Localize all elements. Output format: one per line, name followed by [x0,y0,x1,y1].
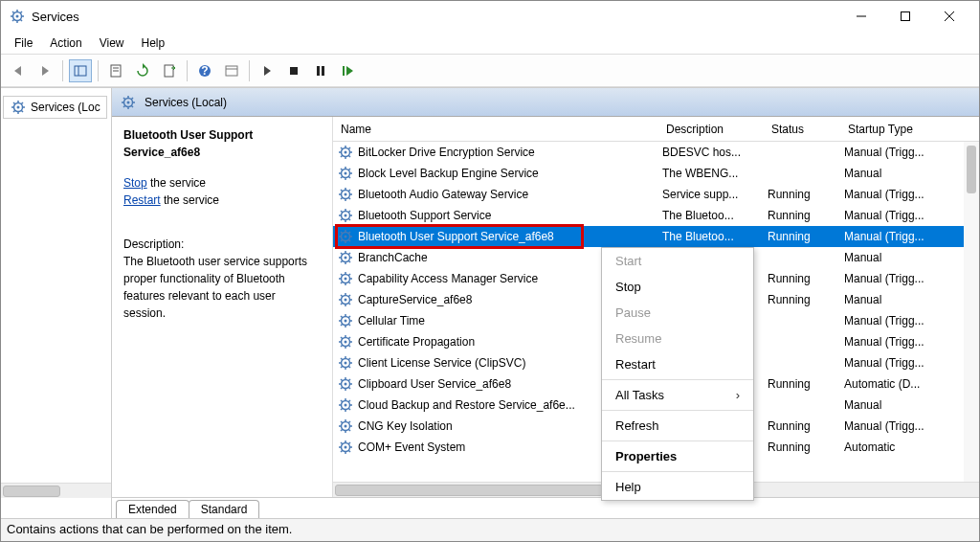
service-status: Running [764,419,840,433]
gear-icon [337,355,354,371]
ctx-properties[interactable]: Properties [602,443,753,469]
ctx-refresh[interactable]: Refresh [602,413,753,439]
service-description: BDESVC hos... [658,146,764,159]
menu-file[interactable]: File [7,34,40,52]
svg-rect-22 [226,66,237,76]
gear-icon [337,397,354,413]
gear-icon [337,418,354,434]
restart-service-line: Restart the service [123,192,321,209]
col-name[interactable]: Name [333,123,658,136]
scrollbar-thumb[interactable] [967,146,976,193]
properties-button[interactable] [104,59,127,82]
gear-icon [337,145,354,160]
tab-extended[interactable]: Extended [116,500,189,518]
nav-item-label: Services (Loc [31,101,100,114]
content-header-title: Services (Local) [145,96,227,109]
scrollbar-thumb[interactable] [335,485,603,496]
restart-service-link[interactable]: Restart [123,193,161,207]
service-name: Client License Service (ClipSVC) [358,356,525,370]
detail-pane: Bluetooth User Support Service_af6e8 Sto… [112,117,332,497]
content-header: Services (Local) [112,88,979,117]
ctx-resume: Resume [602,326,753,351]
service-name: Bluetooth Support Service [358,209,491,222]
gear-icon [337,376,354,392]
gear-icon [120,95,137,110]
service-name: Capability Access Manager Service [358,272,538,285]
nav-hscrollbar[interactable] [1,483,111,498]
service-startup-type: Manual (Trigg... [840,335,979,349]
restart-service-button[interactable] [336,59,359,82]
minimize-button[interactable] [839,1,883,32]
service-name: CNG Key Isolation [358,419,453,433]
menu-view[interactable]: View [92,34,132,52]
nav-item-services-local[interactable]: Services (Loc [3,96,107,119]
statusbar: Contains actions that can be performed o… [1,518,979,541]
col-description[interactable]: Description [658,123,764,136]
service-startup-type: Manual (Trigg... [840,272,979,285]
view-button[interactable] [220,59,243,82]
menubar: File Action View Help [1,32,979,55]
ctx-stop[interactable]: Stop [602,274,753,300]
window-title: Services [32,10,79,24]
show-hide-tree-button[interactable] [69,59,92,82]
col-startup-type[interactable]: Startup Type [840,123,979,136]
service-status: Running [764,230,840,243]
service-name: Cloud Backup and Restore Service_af6e... [358,398,575,412]
table-row[interactable]: Bluetooth Support ServiceThe Bluetoo...R… [333,205,979,226]
back-button[interactable] [7,59,30,82]
maximize-button[interactable] [883,1,927,32]
gear-icon [337,166,354,181]
description-text: The Bluetooth user service supports prop… [123,253,321,322]
service-startup-type: Automatic (D... [840,377,979,391]
close-button[interactable] [927,1,971,32]
stop-service-button[interactable] [282,59,305,82]
service-name: Cellular Time [358,314,425,327]
ctx-separator [602,379,753,380]
toolbar-separator [62,60,63,81]
ctx-help[interactable]: Help [602,474,753,500]
service-startup-type: Manual [840,251,979,264]
ctx-separator [602,410,753,411]
pause-service-button[interactable] [309,59,332,82]
list-vscrollbar[interactable] [964,142,979,482]
scrollbar-thumb[interactable] [3,486,60,497]
gear-icon [337,292,354,307]
window-controls [839,1,971,32]
selected-service-title: Bluetooth User Support Service_af6e8 [123,126,321,161]
service-name: BranchCache [358,251,428,264]
service-name: Bluetooth Audio Gateway Service [358,188,528,201]
forward-button[interactable] [33,59,56,82]
service-name: COM+ Event System [358,440,465,454]
list-columns: Name Description Status Startup Type [333,117,979,142]
ctx-all-tasks[interactable]: All Tasks [602,382,753,408]
service-name: Block Level Backup Engine Service [358,167,539,180]
help-button[interactable]: ? [193,59,216,82]
service-name: CaptureService_af6e8 [358,293,472,306]
menu-action[interactable]: Action [42,34,89,52]
service-description: The Bluetoo... [658,209,764,222]
table-row[interactable]: Block Level Backup Engine ServiceThe WBE… [333,163,979,184]
service-name: BitLocker Drive Encryption Service [358,146,535,159]
export-button[interactable] [158,59,181,82]
toolbar-separator [98,60,99,81]
toolbar-separator [187,60,188,81]
nav-tree[interactable]: Services (Loc [1,88,112,518]
ctx-restart[interactable]: Restart [602,351,753,377]
service-status: Running [764,188,840,201]
refresh-button[interactable] [131,59,154,82]
menu-help[interactable]: Help [134,34,173,52]
table-row[interactable]: Bluetooth User Support Service_af6e8The … [333,226,979,247]
services-window: Services File Action View Help ? [0,0,980,542]
service-startup-type: Manual (Trigg... [840,419,979,433]
gear-icon [337,250,354,265]
col-status[interactable]: Status [764,123,840,136]
toolbar-separator [249,60,250,81]
table-row[interactable]: Bluetooth Audio Gateway ServiceService s… [333,184,979,205]
app-icon [9,9,26,24]
service-startup-type: Manual [840,398,979,412]
stop-service-link[interactable]: Stop [123,176,147,190]
start-service-button[interactable] [256,59,278,82]
service-name: Bluetooth User Support Service_af6e8 [358,230,554,243]
tab-standard[interactable]: Standard [189,500,260,518]
table-row[interactable]: BitLocker Drive Encryption ServiceBDESVC… [333,142,979,163]
